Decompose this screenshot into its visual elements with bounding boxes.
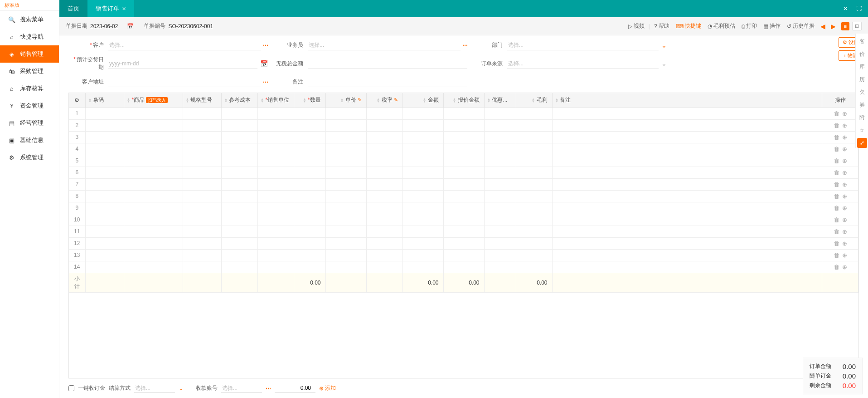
col-amount[interactable]: 金额 bbox=[428, 97, 439, 103]
calendar-icon[interactable]: 📅 bbox=[127, 23, 134, 29]
sidebar-item-inventory[interactable]: ⌂ 库存核算 bbox=[0, 80, 59, 97]
lookup-icon[interactable]: ⋯ bbox=[266, 385, 271, 392]
copy-icon[interactable]: ⊕ bbox=[842, 122, 847, 129]
rail-favorite[interactable]: ☆ bbox=[857, 125, 867, 135]
table-row[interactable]: 12🗑⊕ bbox=[69, 237, 858, 249]
delete-icon[interactable]: 🗑 bbox=[834, 205, 839, 211]
prev-doc-icon[interactable]: ◀ bbox=[819, 23, 827, 30]
table-row[interactable]: 10🗑⊕ bbox=[69, 214, 858, 226]
sidebar-item-sales[interactable]: ◈ 销售管理 bbox=[0, 45, 59, 63]
doc-date-value[interactable]: 2023-06-02 bbox=[90, 23, 118, 29]
sidebar-item-basicinfo[interactable]: ▣ 基础信息 bbox=[0, 132, 59, 149]
lookup-icon[interactable]: ⋯ bbox=[261, 42, 268, 49]
col-remark[interactable]: 备注 bbox=[560, 97, 571, 103]
view-mode-2[interactable]: ⊞ bbox=[852, 22, 862, 30]
delivery-date-input[interactable] bbox=[108, 59, 257, 69]
edit-icon[interactable]: ✎ bbox=[394, 97, 398, 103]
ops-link[interactable]: ▦操作 bbox=[761, 22, 783, 30]
copy-icon[interactable]: ⊕ bbox=[842, 240, 847, 247]
edit-icon[interactable]: ✎ bbox=[358, 97, 362, 103]
rail-attach[interactable]: 附 bbox=[857, 113, 867, 123]
col-quote[interactable]: 报价金额 bbox=[458, 97, 480, 103]
next-doc-icon[interactable]: ▶ bbox=[829, 23, 838, 30]
table-row[interactable]: 4🗑⊕ bbox=[69, 143, 858, 155]
print-link[interactable]: ⎙打印 bbox=[739, 22, 759, 30]
delete-icon[interactable]: 🗑 bbox=[834, 264, 839, 270]
chevron-down-icon[interactable]: ⌄ bbox=[659, 60, 667, 67]
rail-owe[interactable]: 欠 bbox=[857, 87, 867, 97]
rail-history[interactable]: 历 bbox=[857, 74, 867, 84]
chevron-down-icon[interactable]: ⌄ bbox=[179, 385, 183, 392]
sidebar-item-quicknav[interactable]: ⌂ 快捷导航 bbox=[0, 28, 59, 45]
delete-icon[interactable]: 🗑 bbox=[834, 157, 839, 164]
table-row[interactable]: 9🗑⊕ bbox=[69, 202, 858, 214]
address-input[interactable] bbox=[108, 77, 261, 87]
rail-expand[interactable]: ⤢ bbox=[857, 138, 867, 148]
gear-icon[interactable]: ⚙ bbox=[74, 97, 79, 103]
fullscreen-icon[interactable]: ⛶ bbox=[853, 3, 864, 14]
table-row[interactable]: 14🗑⊕ bbox=[69, 261, 858, 273]
table-row[interactable]: 1🗑⊕ bbox=[69, 108, 858, 119]
col-refcost[interactable]: 参考成本 bbox=[229, 97, 251, 103]
calendar-icon[interactable]: 📅 bbox=[257, 60, 268, 67]
sidebar-item-system[interactable]: ⚙ 系统管理 bbox=[0, 149, 59, 166]
sidebar-item-search[interactable]: 🔍 搜索菜单 bbox=[0, 11, 59, 28]
col-product[interactable]: 商品 bbox=[134, 97, 145, 103]
source-input[interactable] bbox=[507, 59, 659, 69]
delete-icon[interactable]: 🗑 bbox=[834, 146, 839, 152]
col-price[interactable]: 单价 bbox=[345, 97, 356, 103]
tab-home[interactable]: 首页 bbox=[59, 0, 87, 17]
lookup-icon[interactable]: ⋯ bbox=[461, 42, 467, 49]
delete-icon[interactable]: 🗑 bbox=[834, 228, 839, 235]
account-input[interactable] bbox=[221, 384, 262, 393]
copy-icon[interactable]: ⊕ bbox=[842, 146, 847, 152]
remark-input[interactable] bbox=[308, 77, 467, 87]
dept-input[interactable] bbox=[507, 40, 659, 50]
delete-icon[interactable]: 🗑 bbox=[834, 252, 839, 259]
col-tax[interactable]: 税率 bbox=[382, 97, 393, 103]
delete-icon[interactable]: 🗑 bbox=[834, 169, 839, 176]
table-row[interactable]: 2🗑⊕ bbox=[69, 119, 858, 131]
delete-icon[interactable]: 🗑 bbox=[834, 134, 839, 141]
delete-icon[interactable]: 🗑 bbox=[834, 240, 839, 247]
sidebar-item-purchase[interactable]: 🛍 采购管理 bbox=[0, 63, 59, 80]
copy-icon[interactable]: ⊕ bbox=[842, 228, 847, 235]
taxfree-input[interactable] bbox=[308, 59, 467, 69]
copy-icon[interactable]: ⊕ bbox=[842, 157, 847, 164]
view-mode-1[interactable]: ≡ bbox=[841, 22, 849, 30]
col-profit[interactable]: 毛利 bbox=[537, 97, 548, 103]
footer-amount-input[interactable] bbox=[275, 384, 315, 393]
table-row[interactable]: 13🗑⊕ bbox=[69, 249, 858, 261]
sidebar-item-funds[interactable]: ¥ 资金管理 bbox=[0, 97, 59, 114]
customer-input[interactable] bbox=[108, 40, 261, 50]
delete-icon[interactable]: 🗑 bbox=[834, 122, 839, 129]
delete-icon[interactable]: 🗑 bbox=[834, 193, 839, 200]
copy-icon[interactable]: ⊕ bbox=[842, 264, 847, 270]
delete-icon[interactable]: 🗑 bbox=[834, 181, 839, 188]
table-row[interactable]: 7🗑⊕ bbox=[69, 178, 858, 190]
video-link[interactable]: ▷视频 bbox=[626, 22, 647, 30]
scan-badge[interactable]: 扫码录入 bbox=[146, 97, 168, 103]
copy-icon[interactable]: ⊕ bbox=[842, 134, 847, 141]
rail-stock[interactable]: 库 bbox=[857, 62, 867, 72]
col-discount[interactable]: 优惠... bbox=[492, 97, 507, 103]
close-icon[interactable]: ✕ bbox=[122, 6, 126, 12]
copy-icon[interactable]: ⊕ bbox=[842, 252, 847, 259]
table-row[interactable]: 5🗑⊕ bbox=[69, 155, 858, 167]
col-unit[interactable]: 销售单位 bbox=[267, 97, 289, 103]
salesperson-input[interactable] bbox=[308, 40, 461, 50]
copy-icon[interactable]: ⊕ bbox=[842, 216, 847, 223]
tab-sales-order[interactable]: 销售订单 ✕ bbox=[87, 0, 134, 17]
rail-coupon[interactable]: 券 bbox=[857, 100, 867, 110]
table-row[interactable]: 6🗑⊕ bbox=[69, 167, 858, 178]
settle-input[interactable] bbox=[134, 384, 175, 393]
profit-estimate-link[interactable]: ◔毛利预估 bbox=[705, 22, 737, 30]
copy-icon[interactable]: ⊕ bbox=[842, 110, 847, 117]
sidebar-item-operation[interactable]: ▤ 经营管理 bbox=[0, 114, 59, 132]
copy-icon[interactable]: ⊕ bbox=[842, 181, 847, 188]
chevron-down-icon[interactable]: ⌄ bbox=[659, 42, 667, 49]
delete-icon[interactable]: 🗑 bbox=[834, 216, 839, 223]
col-spec[interactable]: 规格型号 bbox=[190, 97, 212, 103]
add-button[interactable]: ⊕添加 bbox=[319, 384, 336, 392]
col-qty[interactable]: 数量 bbox=[310, 97, 321, 103]
